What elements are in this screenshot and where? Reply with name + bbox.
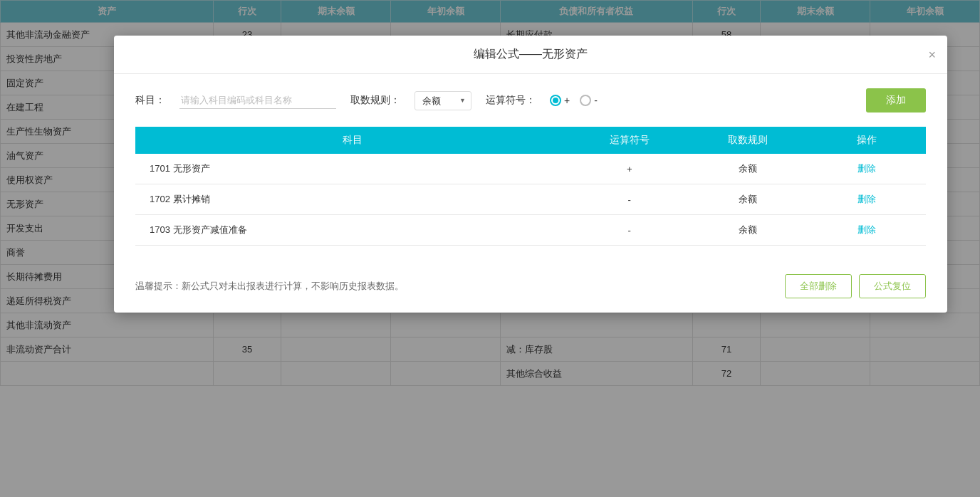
table-header-subject: 科目 bbox=[135, 127, 570, 154]
formula-table-row: 1703 无形资产减值准备-余额删除 bbox=[135, 215, 926, 246]
formula-operator-cell: - bbox=[570, 215, 689, 246]
modal-title: 编辑公式——无形资产 bbox=[474, 47, 588, 62]
edit-formula-modal: 编辑公式——无形资产 × 科目： 取数规则： 余额 借方 贷方 运算符号： + … bbox=[114, 36, 947, 313]
table-header-rule: 取数规则 bbox=[689, 127, 808, 154]
formula-subject-cell: 1703 无形资产减值准备 bbox=[135, 215, 570, 246]
rule-label: 取数规则： bbox=[350, 94, 400, 107]
formula-table-wrapper: 科目 运算符号 取数规则 操作 1701 无形资产+余额删除1702 累计摊销-… bbox=[135, 127, 926, 246]
operator-minus-label: - bbox=[594, 95, 598, 106]
formula-operator-cell: + bbox=[570, 154, 689, 184]
formula-table-row: 1701 无形资产+余额删除 bbox=[135, 154, 926, 184]
operator-radio-group: + - bbox=[550, 95, 598, 106]
delete-row-link[interactable]: 删除 bbox=[858, 163, 876, 174]
add-button[interactable]: 添加 bbox=[866, 88, 926, 113]
reset-formula-button[interactable]: 公式复位 bbox=[859, 274, 926, 298]
modal-footer: 温馨提示：新公式只对未出报表进行计算，不影响历史报表数据。 全部删除 公式复位 bbox=[114, 260, 947, 298]
table-header-operator: 运算符号 bbox=[570, 127, 689, 154]
subject-label: 科目： bbox=[135, 94, 165, 107]
rule-select[interactable]: 余额 借方 贷方 bbox=[415, 91, 471, 110]
formula-action-cell: 删除 bbox=[808, 215, 927, 246]
formula-action-cell: 删除 bbox=[808, 154, 927, 184]
table-header-action: 操作 bbox=[808, 127, 927, 154]
operator-label: 运算符号： bbox=[486, 94, 536, 107]
formula-rule-cell: 余额 bbox=[689, 154, 808, 184]
formula-table: 科目 运算符号 取数规则 操作 1701 无形资产+余额删除1702 累计摊销-… bbox=[135, 127, 926, 246]
formula-form-row: 科目： 取数规则： 余额 借方 贷方 运算符号： + - 添加 bbox=[114, 74, 947, 127]
radio-circle-minus bbox=[580, 95, 591, 106]
operator-minus-radio[interactable]: - bbox=[580, 95, 598, 106]
radio-circle-plus bbox=[550, 95, 561, 106]
footer-hint: 温馨提示：新公式只对未出报表进行计算，不影响历史报表数据。 bbox=[135, 280, 404, 293]
formula-operator-cell: - bbox=[570, 184, 689, 215]
formula-rule-cell: 余额 bbox=[689, 215, 808, 246]
delete-row-link[interactable]: 删除 bbox=[858, 194, 876, 204]
formula-subject-cell: 1702 累计摊销 bbox=[135, 184, 570, 215]
formula-rule-cell: 余额 bbox=[689, 184, 808, 215]
delete-all-button[interactable]: 全部删除 bbox=[785, 274, 852, 298]
formula-action-cell: 删除 bbox=[808, 184, 927, 215]
formula-subject-cell: 1701 无形资产 bbox=[135, 154, 570, 184]
delete-row-link[interactable]: 删除 bbox=[858, 224, 876, 235]
operator-plus-radio[interactable]: + bbox=[550, 95, 570, 106]
footer-buttons: 全部删除 公式复位 bbox=[785, 274, 926, 298]
formula-table-row: 1702 累计摊销-余额删除 bbox=[135, 184, 926, 215]
modal-header: 编辑公式——无形资产 × bbox=[114, 36, 947, 74]
operator-plus-label: + bbox=[564, 95, 570, 106]
subject-input[interactable] bbox=[179, 92, 336, 109]
rule-select-wrapper: 余额 借方 贷方 bbox=[415, 91, 471, 110]
modal-close-button[interactable]: × bbox=[928, 48, 936, 61]
